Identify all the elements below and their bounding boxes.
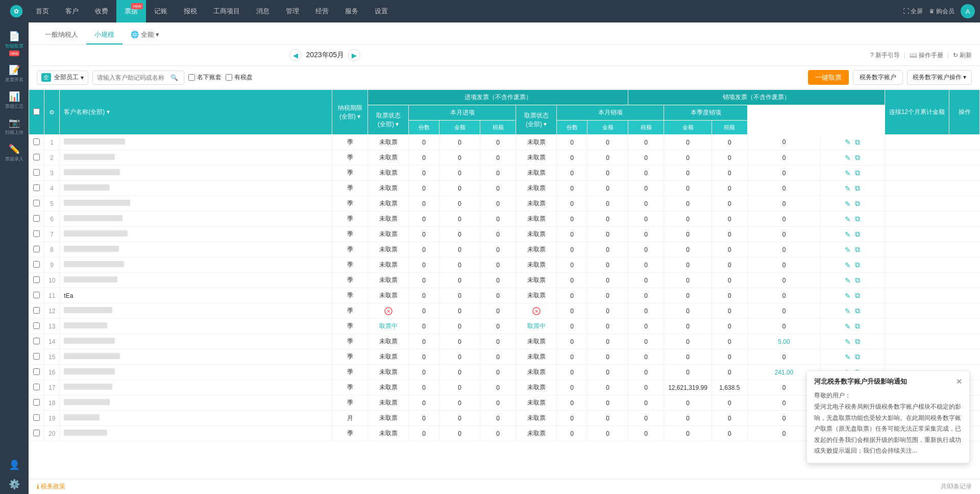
sidebar-item-gear[interactable]: ⚙️ <box>0 475 29 494</box>
row-checkbox[interactable] <box>29 365 44 380</box>
copy-icon[interactable]: ⧉ <box>855 153 860 162</box>
customer-name[interactable] <box>60 181 332 196</box>
row-checkbox[interactable] <box>29 426 44 441</box>
sidebar-item-smart-fetch[interactable]: 📄 智能取票 new <box>0 27 29 60</box>
nav-service[interactable]: 服务 <box>337 0 366 22</box>
setting-icon[interactable]: ⚙ <box>49 109 55 116</box>
row-checkbox[interactable] <box>29 242 44 257</box>
sidebar-item-scan-upload[interactable]: 📷 扫描上传 <box>0 113 29 139</box>
customer-name[interactable] <box>60 242 332 257</box>
th-out-status[interactable]: 取票状态(全部) ▾ <box>516 105 557 135</box>
copy-icon[interactable]: ⧉ <box>855 352 860 361</box>
row-checkbox[interactable] <box>29 273 44 288</box>
edit-icon[interactable]: ✎ <box>845 230 851 239</box>
popup-close-button[interactable]: ✕ <box>956 378 962 386</box>
nav-settings[interactable]: 设置 <box>366 0 396 22</box>
edit-icon[interactable]: ✎ <box>845 184 851 193</box>
fullscreen-btn[interactable]: ⛶ 全屏 <box>903 7 923 16</box>
row-checkbox[interactable] <box>29 211 44 227</box>
copy-icon[interactable]: ⧉ <box>855 337 860 346</box>
th-customer[interactable]: 客户名称(全部) ▾ <box>60 90 332 135</box>
select-all-checkbox[interactable] <box>33 108 40 115</box>
edit-icon[interactable]: ✎ <box>845 307 851 315</box>
customer-name[interactable] <box>60 349 332 365</box>
customer-name[interactable] <box>60 273 332 288</box>
row-checkbox[interactable] <box>29 288 44 303</box>
edit-icon[interactable]: ✎ <box>845 322 851 331</box>
row-checkbox[interactable] <box>29 395 44 411</box>
period-prev-button[interactable]: ◀ <box>289 49 302 61</box>
nav-operation[interactable]: 经营 <box>307 0 337 22</box>
copy-icon[interactable]: ⧉ <box>855 230 860 239</box>
one-click-fetch-button[interactable]: 一键取票 <box>808 70 849 85</box>
customer-name[interactable] <box>60 365 332 380</box>
manual-btn[interactable]: 📖 操作手册 <box>910 51 943 60</box>
user-avatar[interactable]: A <box>961 4 975 18</box>
customer-name[interactable] <box>60 166 332 181</box>
taxdisk-checkbox-label[interactable]: 有税盘 <box>226 73 253 82</box>
customer-name[interactable] <box>60 303 332 319</box>
edit-icon[interactable]: ✎ <box>845 246 851 254</box>
copy-icon[interactable]: ⧉ <box>855 199 860 208</box>
app-logo[interactable]: ✿ <box>5 0 28 22</box>
copy-icon[interactable]: ⧉ <box>855 276 860 285</box>
customer-name[interactable] <box>60 334 332 349</box>
copy-icon[interactable]: ⧉ <box>855 169 860 177</box>
edit-icon[interactable]: ✎ <box>845 292 851 300</box>
sidebar-item-user[interactable]: 👤 <box>0 455 29 475</box>
copy-icon[interactable]: ⧉ <box>855 215 860 223</box>
row-checkbox[interactable] <box>29 334 44 349</box>
edit-icon[interactable]: ✎ <box>845 215 851 223</box>
edit-icon[interactable]: ✎ <box>845 138 851 146</box>
nav-manage[interactable]: 管理 <box>278 0 307 22</box>
nav-bookkeeping[interactable]: 记账 <box>146 0 176 22</box>
nav-fee[interactable]: 收费 <box>87 0 116 22</box>
taxdisk-checkbox[interactable] <box>226 74 232 81</box>
tab-small-scale[interactable]: 小规模 <box>86 26 122 44</box>
copy-icon[interactable]: ⧉ <box>855 291 860 300</box>
edit-icon[interactable]: ✎ <box>845 200 851 208</box>
row-checkbox[interactable] <box>29 349 44 365</box>
edit-icon[interactable]: ✎ <box>845 353 851 361</box>
edit-icon[interactable]: ✎ <box>845 338 851 346</box>
digital-account-button[interactable]: 税务数字账户 <box>853 70 903 85</box>
row-checkbox[interactable] <box>29 181 44 196</box>
row-checkbox[interactable] <box>29 380 44 395</box>
customer-name[interactable] <box>60 196 332 211</box>
myaccount-checkbox[interactable] <box>188 74 195 81</box>
period-next-button[interactable]: ▶ <box>348 49 360 61</box>
vip-btn[interactable]: ♛ 购会员 <box>929 7 954 16</box>
nav-ticket[interactable]: 票据 new <box>116 0 146 22</box>
copy-icon[interactable]: ⧉ <box>855 322 860 331</box>
search-input[interactable] <box>97 74 168 81</box>
customer-name[interactable] <box>60 426 332 441</box>
copy-icon[interactable]: ⧉ <box>855 138 860 147</box>
edit-icon[interactable]: ✎ <box>845 261 851 269</box>
customer-name[interactable] <box>60 150 332 166</box>
copy-icon[interactable]: ⧉ <box>855 261 860 269</box>
customer-name[interactable] <box>60 211 332 227</box>
customer-name[interactable] <box>60 227 332 242</box>
customer-name[interactable] <box>60 319 332 334</box>
sidebar-item-ticket-entry[interactable]: ✏️ 票据录入 <box>0 139 29 166</box>
digital-account-op-button[interactable]: 税务数字账户操作 ▾ <box>907 70 972 85</box>
row-checkbox[interactable] <box>29 319 44 334</box>
nav-home[interactable]: 首页 <box>28 0 57 22</box>
copy-icon[interactable]: ⧉ <box>855 184 860 193</box>
nav-tax[interactable]: 报税 <box>176 0 205 22</box>
row-checkbox[interactable] <box>29 196 44 211</box>
nav-bizproject[interactable]: 工商项目 <box>205 0 248 22</box>
row-checkbox[interactable] <box>29 411 44 426</box>
customer-name[interactable] <box>60 395 332 411</box>
th-in-status[interactable]: 取票状态(全部) ▾ <box>368 105 409 135</box>
sidebar-item-invoice-issue[interactable]: 📝 发票开具 <box>0 60 29 87</box>
customer-name[interactable] <box>60 380 332 395</box>
th-period[interactable]: 纳税期限(全部) ▾ <box>332 90 368 135</box>
nav-message[interactable]: 消息 <box>248 0 278 22</box>
row-checkbox[interactable] <box>29 166 44 181</box>
edit-icon[interactable]: ✎ <box>845 169 851 177</box>
search-box[interactable]: 🔍 <box>92 70 184 85</box>
nav-customer[interactable]: 客户 <box>57 0 87 22</box>
tab-all-capable[interactable]: 🌐 全能 ▾ <box>122 26 167 44</box>
customer-name[interactable]: tEa <box>60 288 332 303</box>
